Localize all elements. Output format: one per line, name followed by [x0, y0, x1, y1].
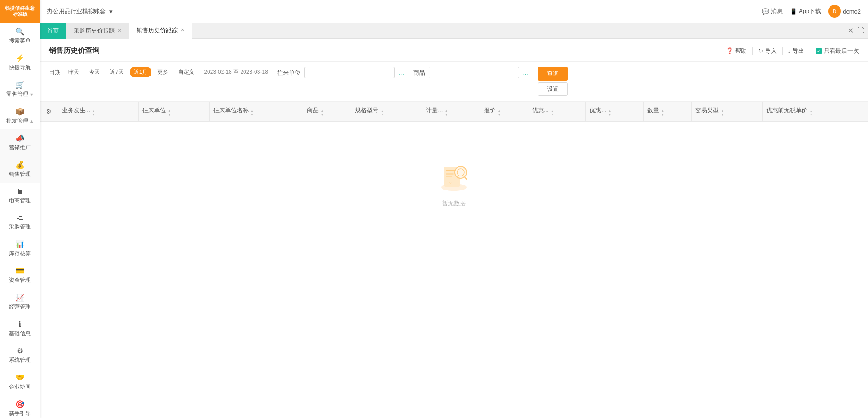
divider2	[782, 48, 783, 55]
sort-icon-goods[interactable]: ▲▼	[321, 109, 324, 117]
only-last-checkbox-label[interactable]: 只看最后一次	[816, 47, 859, 55]
sidebar-item-inventory[interactable]: 📊库存核算	[0, 235, 40, 262]
partner-select-icon[interactable]: ...	[398, 69, 404, 77]
date-btn-今天[interactable]: 今天	[85, 67, 104, 77]
message-btn[interactable]: 💬 消息	[762, 7, 783, 15]
tab-close-sales-history[interactable]: ✕	[180, 27, 184, 33]
th-discount1: 优惠...▲▼	[528, 102, 586, 122]
message-icon: 💬	[762, 8, 769, 15]
sidebar-item-marketing[interactable]: 📣营销推广	[0, 129, 40, 156]
app-download-btn[interactable]: 📱 App下载	[790, 7, 821, 15]
th-pretax_price: 优惠前无税单价▲▼	[763, 102, 868, 122]
sidebar-item-ecommerce[interactable]: 🖥电商管理	[0, 183, 40, 209]
sort-icon-quantity[interactable]: ▲▼	[661, 109, 665, 117]
sidebar-item-finance[interactable]: 💳资金管理	[0, 262, 40, 289]
date-btn-更多[interactable]: 更多	[153, 67, 172, 77]
import-btn[interactable]: ↻ 导入	[758, 47, 777, 55]
sidebar-item-retail-mgmt[interactable]: 🛒零售管理 ▼	[0, 76, 40, 103]
filter-bar: 日期 昨天今天近7天近1月更多自定义 2023-02-18 至 2023-03-…	[40, 62, 868, 102]
export-btn[interactable]: ↓ 导出	[788, 47, 805, 55]
divider3	[810, 48, 810, 55]
data-table: ⚙业务发生...▲▼往来单位▲▼往来单位名称▲▼商品▲▼规格型号▲▼计量...▲…	[40, 102, 868, 122]
sort-icon-pretax_price[interactable]: ▲▼	[809, 109, 813, 117]
sidebar-label-search-menu: 搜索菜单	[9, 37, 31, 45]
avatar: D	[828, 5, 841, 18]
empty-state: ? 暂无数据	[40, 122, 868, 244]
divider	[752, 48, 753, 55]
sort-icon-biz_date[interactable]: ▲▼	[92, 109, 95, 117]
sidebar-item-enterprise[interactable]: 🤝企业协同	[0, 369, 40, 395]
sidebar-icon-newbie: 🎯	[15, 400, 24, 408]
sort-icon-partner_code[interactable]: ▲▼	[168, 109, 171, 117]
sort-icon-spec[interactable]: ▲▼	[380, 109, 384, 117]
goods-filter-group: 商品 ...	[413, 67, 528, 78]
user-profile-btn[interactable]: D demo2	[828, 5, 861, 18]
sidebar-icon-wholesale-mgmt: 📦	[15, 107, 24, 116]
tab-sales-history[interactable]: 销售历史价跟踪✕	[129, 23, 192, 39]
tab-purchase-history[interactable]: 采购历史价跟踪✕	[66, 23, 129, 39]
tab-close-purchase-history[interactable]: ✕	[118, 28, 122, 33]
topbar-right: 💬 消息 📱 App下载 D demo2	[762, 5, 861, 18]
sort-icon-trade_type[interactable]: ▲▼	[721, 109, 724, 117]
tab-label-sales-history: 销售历史价跟踪	[137, 26, 178, 34]
settings-button[interactable]: 设置	[538, 82, 568, 96]
app-download-icon: 📱	[790, 8, 797, 15]
sidebar-icon-purchase-mgmt: 🛍	[16, 214, 24, 222]
fullscreen-icon[interactable]: ⛶	[857, 27, 864, 35]
svg-rect-4	[446, 176, 452, 177]
sort-icon-quote[interactable]: ▲▼	[497, 109, 501, 117]
sidebar-icon-search-menu: 🔍	[15, 27, 24, 36]
topbar-title: 办公用品行业模拟账套	[47, 7, 106, 15]
sidebar-item-sales-mgmt[interactable]: 💰销售管理	[0, 156, 40, 183]
goods-input[interactable]	[429, 67, 519, 78]
date-filter-label: 日期	[49, 68, 61, 76]
sort-icon-partner_name[interactable]: ▲▼	[250, 109, 254, 117]
th-trade_type: 交易类型▲▼	[692, 102, 763, 122]
sidebar-item-system[interactable]: ⚙系统管理	[0, 342, 40, 369]
sidebar-item-basic-info[interactable]: ℹ基础信息	[0, 315, 40, 342]
only-last-checkbox[interactable]	[816, 48, 822, 54]
table-head: ⚙业务发生...▲▼往来单位▲▼往来单位名称▲▼商品▲▼规格型号▲▼计量...▲…	[40, 102, 868, 122]
help-btn[interactable]: ❓ 帮助	[726, 47, 747, 55]
th-partner_name: 往来单位名称▲▼	[209, 102, 303, 122]
sidebar-item-search-menu[interactable]: 🔍搜索菜单	[0, 23, 40, 49]
goods-filter-label: 商品	[413, 69, 425, 77]
page-actions: ❓ 帮助 ↻ 导入 ↓ 导出 只看最后一次	[726, 47, 859, 55]
th-discount2: 优惠...▲▼	[586, 102, 644, 122]
th-goods: 商品▲▼	[303, 102, 351, 122]
sidebar-item-quick-nav[interactable]: ⚡快捷导航	[0, 49, 40, 76]
date-btn-自定义[interactable]: 自定义	[174, 67, 198, 77]
th-quote: 报价▲▼	[480, 102, 528, 122]
query-button[interactable]: 查询	[538, 67, 568, 81]
topbar-dropdown[interactable]: ▾	[109, 8, 113, 15]
sidebar: 畅捷信好生意 标准版 🔍搜索菜单⚡快捷导航🛒零售管理 ▼📦批发管理 ▲📣营销推广…	[0, 0, 40, 418]
sort-icon-unit[interactable]: ▲▼	[444, 109, 448, 117]
th-partner_code: 往来单位▲▼	[138, 102, 209, 122]
gear-icon[interactable]: ⚙	[46, 108, 52, 115]
sidebar-icon-sales-mgmt: 💰	[15, 161, 24, 169]
close-all-tabs-icon[interactable]: ✕	[848, 26, 854, 35]
sidebar-item-purchase-mgmt[interactable]: 🛍采购管理	[0, 209, 40, 235]
tab-home[interactable]: 首页	[40, 23, 66, 39]
sort-icon-discount2[interactable]: ▲▼	[608, 109, 612, 117]
date-btn-昨天[interactable]: 昨天	[64, 67, 83, 77]
svg-rect-2	[446, 170, 456, 171]
th-biz_date: 业务发生...▲▼	[58, 102, 138, 122]
sidebar-item-wholesale-mgmt[interactable]: 📦批发管理 ▲	[0, 103, 40, 129]
date-range-display: 2023-02-18 至 2023-03-18	[204, 68, 268, 76]
empty-illustration: ?	[436, 158, 472, 194]
sidebar-icon-enterprise: 🤝	[15, 373, 24, 382]
sidebar-item-operations[interactable]: 📈经营管理	[0, 289, 40, 315]
goods-select-icon[interactable]: ...	[523, 69, 528, 77]
date-btn-近1月[interactable]: 近1月	[130, 67, 152, 77]
date-filter-group: 日期 昨天今天近7天近1月更多自定义 2023-02-18 至 2023-03-…	[49, 67, 268, 77]
sidebar-label-wholesale-mgmt: 批发管理 ▲	[6, 117, 33, 125]
date-btn-近7天[interactable]: 近7天	[106, 67, 128, 77]
partner-input[interactable]	[304, 67, 395, 78]
svg-text:?: ?	[449, 181, 452, 185]
help-icon: ❓	[726, 48, 733, 54]
sort-icon-discount1[interactable]: ▲▼	[550, 109, 554, 117]
sidebar-item-newbie[interactable]: 🎯新手引导	[0, 395, 40, 418]
sidebar-label-ecommerce: 电商管理	[9, 197, 31, 204]
export-icon: ↓	[788, 48, 791, 54]
